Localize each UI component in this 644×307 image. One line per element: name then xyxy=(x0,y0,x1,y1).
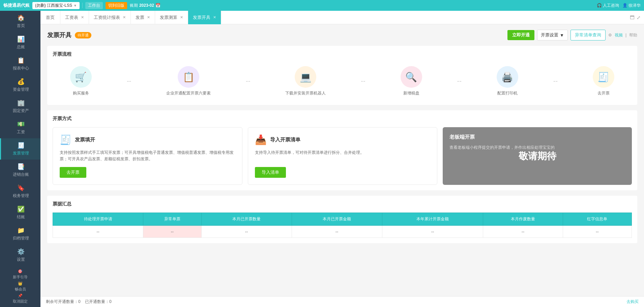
flow-step-2[interactable]: 📋 企业开通配置开票六要素 xyxy=(166,66,211,96)
step3-label: 下载并安装开票机器人 xyxy=(285,90,326,96)
pin-icon: 📌 xyxy=(18,294,23,298)
sidebar-item-invoice[interactable]: 🧾 发票管理 xyxy=(0,138,40,160)
step4-icon: 🔍 xyxy=(401,66,422,88)
fill-invoice-icon: 🧾 xyxy=(60,134,71,145)
content-area: 首页 工资表 ✕ 工资统计报表 ✕ 发票 ✕ 发票测算 ✕ 发票开具 ✕ xyxy=(40,11,644,307)
remaining-quota: 剩余可开通数量：0 xyxy=(46,299,81,304)
ledger-icon: 📊 xyxy=(17,35,25,43)
tab-payroll-report[interactable]: 工资统计报表 ✕ xyxy=(89,11,131,24)
sidebar-item-home[interactable]: 🏠 首页 xyxy=(0,11,40,32)
tab-invoice-close[interactable]: ✕ xyxy=(147,15,150,20)
settings-button[interactable]: 开票设置 ▼ xyxy=(537,30,568,40)
fill-invoice-desc: 支持按照发票样式手工填写开发票；可开具增值税电子普通发票、增值税普通发票、增值税… xyxy=(60,149,235,162)
step2-icon: 📋 xyxy=(178,66,199,88)
open-now-button[interactable]: 立即开通 xyxy=(507,30,534,40)
reports-icon: 📋 xyxy=(17,57,25,64)
col-pending: 待处理开票申请 xyxy=(53,213,143,226)
settings-circle-icon: ⚙ xyxy=(608,33,612,37)
video-help-link[interactable]: 视频 xyxy=(615,32,623,38)
tab-invoice-issue-close[interactable]: ✕ xyxy=(213,15,216,20)
tab-invoice-calc-close[interactable]: ✕ xyxy=(180,15,183,20)
flow-step-5[interactable]: 🖨️ 配置打印机 xyxy=(497,66,518,96)
top-bar: 畅捷通易代账 (勿删) 江西服宝-LSS ▼ 工作台 切到旧版 账期 2023-… xyxy=(0,0,644,11)
step2-label: 企业开通配置开票六要素 xyxy=(166,90,211,96)
go-issue-button[interactable]: 去开票 xyxy=(60,167,86,178)
main-layout: 🏠 首页 📊 总账 📋 报表中心 💰 资金管理 🏢 固定资产 💵 工资 🧾 发票… xyxy=(0,11,644,307)
sidebar-item-fix[interactable]: 📌 取消固定 xyxy=(2,294,39,304)
flow-section: 开票流程 🛒 购买服务 -- 📋 企业开通配置开票六要素 -- xyxy=(47,46,637,105)
help-link[interactable]: 帮助 xyxy=(629,32,637,38)
flow-step-4[interactable]: 🔍 新增税盘 xyxy=(401,66,422,96)
sidebar-label-archive: 归档管理 xyxy=(13,235,29,241)
workspace-button[interactable]: 工作台 xyxy=(85,2,103,9)
step1-label: 购买服务 xyxy=(73,90,89,96)
sidebar-item-closing[interactable]: ✅ 结账 xyxy=(0,202,40,223)
sidebar-label-assets: 固定资产 xyxy=(13,108,29,114)
sidebar-item-archive[interactable]: 📁 归档管理 xyxy=(0,223,40,245)
cell-void-qty: -- xyxy=(483,226,563,238)
sidebar-item-fixed-assets[interactable]: 🏢 固定资产 xyxy=(0,96,40,117)
flow-step-6[interactable]: 🧾 去开票 xyxy=(593,66,614,96)
flow-step-3[interactable]: 💻 下载并安装开票机器人 xyxy=(285,66,326,96)
cell-month-amount: -- xyxy=(292,226,382,238)
sidebar-item-tax[interactable]: 🔖 税务管理 xyxy=(0,181,40,202)
cell-year-amount: -- xyxy=(382,226,483,238)
step4-label: 新增税盘 xyxy=(403,90,419,96)
settings-chevron-icon: ▼ xyxy=(560,33,564,38)
tab-bar: 首页 工资表 ✕ 工资统计报表 ✕ 发票 ✕ 发票测算 ✕ 发票开具 ✕ xyxy=(40,11,644,24)
tab-invoice-issue-label: 发票开具 xyxy=(193,15,210,21)
payroll-icon: 💵 xyxy=(17,120,25,128)
brand-logo: 畅捷通易代账 xyxy=(3,2,30,8)
tab-invoice[interactable]: 发票 ✕ xyxy=(131,11,155,24)
tab-payroll-report-label: 工资统计报表 xyxy=(94,15,120,21)
method-card-boss-header: 老板端开票 xyxy=(449,134,625,140)
step5-icon: 🖨️ xyxy=(497,66,518,88)
sidebar-item-reports[interactable]: 📋 报表中心 xyxy=(0,53,40,75)
flow-arrow-3: -- xyxy=(361,77,365,85)
status-bar: 剩余可开通数量：0 已开通数量：0 去购买 xyxy=(40,296,644,307)
cell-abnormal[interactable]: -- xyxy=(143,226,201,238)
buy-link[interactable]: 去购买 xyxy=(626,299,639,305)
sidebar-label-home: 首页 xyxy=(17,23,25,29)
method-card-fill-header: 🧾 发票填开 xyxy=(60,134,235,145)
avatar-icon: 👤 xyxy=(622,3,627,8)
tab-expand-icon[interactable]: ⤢ xyxy=(637,15,641,20)
top-bar-left: 畅捷通易代账 (勿删) 江西服宝-LSS ▼ 工作台 切到旧版 账期 2023-… xyxy=(3,2,160,9)
opened-quota: 已开通数量：0 xyxy=(85,299,112,304)
sidebar-item-ledger[interactable]: 📊 总账 xyxy=(0,32,40,53)
sidebar-item-guide[interactable]: 🎯 新手引导 xyxy=(2,269,39,280)
sidebar-item-funds[interactable]: 💰 资金管理 xyxy=(0,75,40,96)
summary-header-row: 待处理开票申请 异常单票 本月已开票数量 本月已开票金额 本年累计开票金额 本月… xyxy=(53,213,632,226)
tab-payroll-report-close[interactable]: ✕ xyxy=(123,15,126,20)
tab-minimize-icon[interactable]: 🗖 xyxy=(630,15,635,20)
col-year-amount: 本年累计开票金额 xyxy=(382,213,483,226)
switch-old-button[interactable]: 切到旧版 xyxy=(106,2,127,9)
home-icon: 🏠 xyxy=(17,14,25,22)
sidebar-item-settings[interactable]: ⚙️ 设置 xyxy=(0,245,40,266)
abnormal-query-button[interactable]: 异常清单查询 xyxy=(570,30,606,40)
methods-title: 开票方式 xyxy=(53,116,632,122)
tab-payroll[interactable]: 工资表 ✕ xyxy=(60,11,89,24)
company-selector[interactable]: (勿删) 江西服宝-LSS ▼ xyxy=(32,2,80,9)
sidebar-label-invoice: 发票管理 xyxy=(13,150,29,156)
summary-title: 票据汇总 xyxy=(53,201,632,207)
cell-pending[interactable]: -- xyxy=(53,226,143,238)
flow-arrow-1: -- xyxy=(127,77,131,85)
tab-invoice-issue[interactable]: 发票开具 ✕ xyxy=(188,11,221,24)
calendar-icon[interactable]: 📅 xyxy=(155,3,160,8)
user-avatar[interactable]: 👤 徐泽华 xyxy=(622,3,641,8)
tab-invoice-calc[interactable]: 发票测算 ✕ xyxy=(155,11,188,24)
status-bar-left: 剩余可开通数量：0 已开通数量：0 xyxy=(46,299,112,305)
tab-payroll-close[interactable]: ✕ xyxy=(81,15,84,20)
flow-title: 开票流程 xyxy=(53,51,632,57)
tab-home[interactable]: 首页 xyxy=(40,11,60,24)
cell-red-info: -- xyxy=(563,226,632,238)
sidebar-item-member[interactable]: 👑 畅会员 xyxy=(2,281,39,292)
customer-service[interactable]: 🎧 人工咨询 xyxy=(597,3,619,8)
import-list-button[interactable]: 导入清单 xyxy=(255,167,286,178)
flow-step-1[interactable]: 🛒 购买服务 xyxy=(70,66,92,96)
sidebar-item-purchase[interactable]: 📑 进销台账 xyxy=(0,160,40,181)
sidebar-item-payroll[interactable]: 💵 工资 xyxy=(0,117,40,138)
settings-btn-label: 开票设置 xyxy=(541,32,558,38)
method-card-import-header: 📥 导入开票清单 xyxy=(255,134,431,145)
